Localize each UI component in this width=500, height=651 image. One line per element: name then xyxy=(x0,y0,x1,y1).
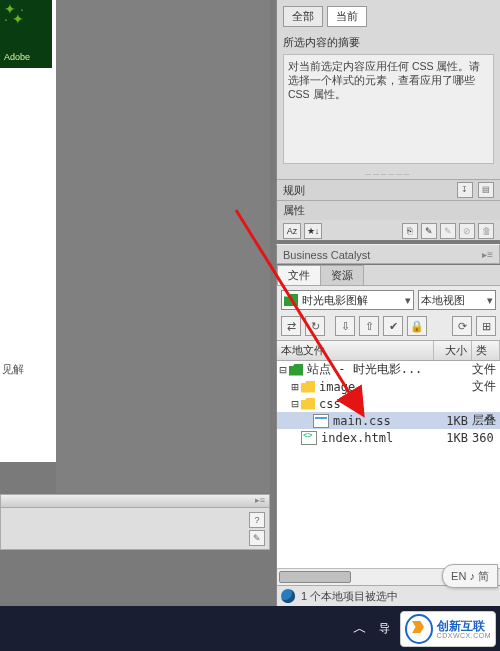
site-folder-icon xyxy=(284,294,298,306)
edit-icon[interactable]: ✎ xyxy=(249,530,265,546)
connect-icon[interactable]: ⇄ xyxy=(281,316,301,336)
disable-icon[interactable]: ⊘ xyxy=(459,223,475,239)
get-icon[interactable]: ⇩ xyxy=(335,316,355,336)
adobe-label: Adobe xyxy=(4,52,30,62)
tree-type: 文件 xyxy=(470,378,500,395)
sync-icon[interactable]: ⟳ xyxy=(452,316,472,336)
bottom-bar-text: 导 xyxy=(379,621,390,636)
tree-row-index-html[interactable]: index.html 1KB 360 xyxy=(277,429,500,446)
attach-style-icon[interactable]: ⎘ xyxy=(402,223,418,239)
tree-row-image[interactable]: ⊞ image 文件 xyxy=(277,378,500,395)
refresh-icon[interactable]: ↻ xyxy=(305,316,325,336)
dock-side-icons: ? ✎ xyxy=(245,508,269,552)
rules-subpanel-header: 规则 ↧ ▤ xyxy=(277,179,500,200)
sort-az-icon[interactable]: Az xyxy=(283,223,301,239)
properties-right-icons: ⎘ ✎ ✎ ⊘ 🗑 xyxy=(402,223,494,239)
css-styles-panel: 全部 当前 所选内容的摘要 对当前选定内容应用任何 CSS 属性。请选择一个样式… xyxy=(276,0,500,240)
scrollbar-thumb[interactable] xyxy=(279,571,351,583)
watermark-brand: 创新互联 xyxy=(437,619,485,633)
css-summary-heading: 所选内容的摘要 xyxy=(277,27,500,54)
view-dropdown-label: 本地视图 xyxy=(421,293,465,308)
business-catalyst-panel-header[interactable]: Business Catalyst ▸≡ xyxy=(276,244,500,264)
tree-root-row[interactable]: ⊟ 站点 - 时光电影... 文件 xyxy=(277,361,500,378)
folder-icon xyxy=(301,381,315,393)
show-rules-icon[interactable]: ▤ xyxy=(478,182,494,198)
view-dropdown[interactable]: 本地视图 ▾ xyxy=(418,290,496,310)
tab-assets[interactable]: 资源 xyxy=(320,265,364,285)
css-summary-body: 对当前选定内容应用任何 CSS 属性。请选择一个样式的元素，查看应用了哪些 CS… xyxy=(283,54,494,164)
col-size[interactable]: 大小 xyxy=(434,341,472,360)
properties-subpanel-header: 属性 xyxy=(277,200,500,220)
properties-label: 属性 xyxy=(283,203,305,218)
properties-toolbar: Az ★↓ ⎘ ✎ ✎ ⊘ 🗑 xyxy=(277,220,500,242)
welcome-side-text: 见解 xyxy=(2,362,24,377)
chevron-down-icon: ▾ xyxy=(405,294,411,307)
tree-size: 1KB xyxy=(430,431,470,445)
tab-all[interactable]: 全部 xyxy=(283,6,323,27)
adobe-banner: ✦ ·· ✦ Adobe xyxy=(0,0,52,68)
tree-label: css xyxy=(319,397,430,411)
delete-icon[interactable]: 🗑 xyxy=(478,223,494,239)
edit-rule-icon[interactable]: ✎ xyxy=(440,223,456,239)
properties-left-icons: Az ★↓ xyxy=(283,223,322,239)
files-toolbar-row2: ⇄ ↻ ⇩ ⇧ ✔ 🔒 ⟳ ⊞ xyxy=(277,314,500,341)
collapse-icon[interactable]: ⊟ xyxy=(289,397,301,411)
watermark-sub: CDXWCX.COM xyxy=(437,632,491,639)
html-file-icon xyxy=(301,431,317,445)
tree-root-label: 站点 - 时光电影... xyxy=(307,361,430,378)
col-name[interactable]: 本地文件 xyxy=(277,341,434,360)
tree-row-main-css[interactable]: main.css 1KB 层叠 xyxy=(277,412,500,429)
panel-menu-icon[interactable]: ▸≡ xyxy=(482,245,493,265)
css-file-icon xyxy=(313,414,329,428)
tree-label: index.html xyxy=(321,431,430,445)
sort-category-icon[interactable]: ★↓ xyxy=(304,223,322,239)
rules-icons: ↧ ▤ xyxy=(455,182,494,198)
site-dropdown[interactable]: 时光电影图解 ▾ xyxy=(281,290,414,310)
files-panel: 文件 资源 时光电影图解 ▾ 本地视图 ▾ ⇄ ↻ ⇩ ⇧ ✔ 🔒 ⟳ ⊞ 本地… xyxy=(276,265,500,606)
site-folder-icon xyxy=(289,364,303,376)
chevron-down-icon: ▾ xyxy=(487,294,493,307)
lower-dock-panel: ▸≡ ? ✎ xyxy=(0,494,270,550)
css-tabstrip: 全部 当前 xyxy=(277,0,500,27)
files-column-header: 本地文件 大小 类 xyxy=(277,341,500,361)
tree-label: image xyxy=(319,380,430,394)
expand-icon[interactable]: ⊞ xyxy=(476,316,496,336)
col-type[interactable]: 类 xyxy=(472,341,500,360)
workspace-background xyxy=(56,0,270,493)
tree-type: 360 xyxy=(470,431,500,445)
put-icon[interactable]: ⇧ xyxy=(359,316,379,336)
files-status-bar: 1 个本地项目被选中 xyxy=(277,585,500,606)
language-indicator[interactable]: EN ♪ 简 xyxy=(442,564,498,588)
tree-label: main.css xyxy=(333,414,430,428)
tab-files[interactable]: 文件 xyxy=(277,265,321,285)
folder-icon xyxy=(301,398,315,410)
files-toolbar-row1: 时光电影图解 ▾ 本地视图 ▾ xyxy=(277,286,500,314)
expand-icon[interactable]: ⊞ xyxy=(289,380,301,394)
watermark-mark xyxy=(405,614,433,644)
language-label: EN ♪ 简 xyxy=(451,570,489,582)
business-catalyst-label: Business Catalyst xyxy=(283,249,370,261)
tree-row-css[interactable]: ⊟ css xyxy=(277,395,500,412)
status-text: 1 个本地项目被选中 xyxy=(301,589,398,604)
files-tree[interactable]: ⊟ 站点 - 时光电影... 文件 ⊞ image 文件 ⊟ css xyxy=(277,361,500,568)
welcome-slice: ✦ ·· ✦ Adobe 见解 xyxy=(0,0,57,462)
dock-panel-header[interactable]: ▸≡ xyxy=(1,495,269,508)
cascade-icon[interactable]: ↧ xyxy=(457,182,473,198)
globe-icon[interactable] xyxy=(281,589,295,603)
tree-type: 文件 xyxy=(470,361,500,378)
checkin-icon[interactable]: 🔒 xyxy=(407,316,427,336)
files-tabstrip: 文件 资源 xyxy=(277,265,500,286)
tree-type: 层叠 xyxy=(470,412,500,429)
help-icon[interactable]: ? xyxy=(249,512,265,528)
site-dropdown-label: 时光电影图解 xyxy=(302,293,368,308)
adobe-sparkle: ✦ ·· ✦ xyxy=(4,4,24,24)
watermark-logo: 创新互联 CDXWCX.COM xyxy=(400,611,496,647)
panel-resize-grip[interactable]: ────── xyxy=(277,170,500,179)
checkout-icon[interactable]: ✔ xyxy=(383,316,403,336)
tree-size: 1KB xyxy=(430,414,470,428)
collapse-icon[interactable]: ⊟ xyxy=(277,363,289,377)
rules-label: 规则 xyxy=(283,183,305,198)
chevron-up-icon[interactable]: ︿ xyxy=(353,620,367,638)
new-rule-icon[interactable]: ✎ xyxy=(421,223,437,239)
tab-current[interactable]: 当前 xyxy=(327,6,367,27)
